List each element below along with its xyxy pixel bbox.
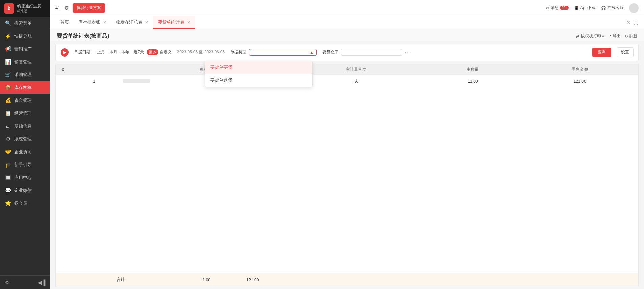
period-7days-button[interactable]: 近7天 [132,49,145,56]
type-filter-input[interactable] [252,50,310,55]
period-more-button[interactable]: 更多 [147,49,158,55]
sidebar-item-label-quick-nav: 快捷导航 [14,33,32,39]
sidebar-nav: 🔍 搜索菜单⚡ 快捷导航📢 营销推广📊 销售管理🛒 采购管理📦 库存核算💰 资金… [0,17,50,275]
refresh-button[interactable]: ↻ 刷新 [625,33,637,39]
table-header-row: ⚙ 商品 主计量单位 主数量 零售金额 [56,64,638,75]
row-no: 1 [69,75,119,87]
tab-label-order-stat: 要货单统计表 [158,19,184,25]
sidebar-item-label-sales: 销售管理 [14,59,32,65]
period-last-month-button[interactable]: 上月 [96,49,106,56]
member-icon: ⭐ [5,200,11,206]
sidebar-item-label-search: 搜索菜单 [14,20,32,26]
data-table: ⚙ 商品 主计量单位 主数量 零售金额 1 块 11.00 121.00 [56,64,638,87]
sidebar-item-apps[interactable]: 🔲 应用中心 [0,171,50,184]
tab-receivable[interactable]: 收发存汇总表✕ [111,16,153,29]
export-button[interactable]: ↗ 导出 [608,33,621,39]
topbar-customer-service[interactable]: 🎧 在线客服 [601,5,624,11]
tab-close-receivable[interactable]: ✕ [145,20,148,25]
sidebar-item-basic[interactable]: 🗂 基础信息 [0,120,50,133]
filter-settings-button[interactable]: 设置 [617,47,634,57]
table-footer: 合计 11.00 121.00 [55,273,639,286]
sidebar-brand: 畅捷通好生意 标准版 [17,4,41,14]
footer-total-label: 合计 [87,277,154,283]
finance-icon: 💰 [5,97,11,104]
tab-order-stat[interactable]: 要货单统计表✕ [153,16,195,29]
col-no [69,64,119,75]
sidebar-item-label-system: 系统管理 [14,136,32,142]
data-table-container: ⚙ 商品 主计量单位 主数量 零售金额 1 块 11.00 121.00 [55,64,639,273]
sidebar-item-search[interactable]: 🔍 搜索菜单 [0,17,50,30]
sidebar-item-label-finance: 资金管理 [14,97,32,104]
tab-label-home: 首页 [60,19,69,25]
row-gear-icon[interactable] [56,75,69,87]
apps-icon: 🔲 [5,175,11,181]
refresh-icon: ↻ [625,34,628,39]
type-dropdown: 要货单要货要货单退货 [205,61,313,87]
topbar-gear-icon[interactable]: ⚙ [64,5,69,11]
sidebar-item-guide[interactable]: 🎓 新手引导 [0,158,50,171]
dropdown-item-order-request[interactable]: 要货单要货 [205,61,312,74]
period-custom-button[interactable]: 自定义 [160,49,172,55]
sidebar-item-purchase[interactable]: 🛒 采购管理 [0,68,50,81]
query-button[interactable]: 查询 [592,48,611,57]
system-icon: ⚙ [5,136,11,142]
sidebar-item-label-apps: 应用中心 [14,175,32,181]
tab-label-batch: 库存批次账 [78,19,100,25]
tab-label-receivable: 收发存汇总表 [116,19,142,25]
type-filter-input-wrap[interactable]: ▲ [249,49,317,56]
sidebar-item-inventory[interactable]: 📦 库存核算 [0,81,50,94]
page-header-actions: 🖨 按模板打印 ▾ ↗ 导出 ↻ 刷新 [576,33,637,39]
sidebar-item-quick-nav[interactable]: ⚡ 快捷导航 [0,30,50,43]
sidebar-item-member[interactable]: ⭐ 畅会员 [0,197,50,210]
type-dropdown-arrow-icon[interactable]: ▲ [310,50,314,55]
sidebar-collapse-button[interactable]: ◀▐ [38,279,45,286]
footer-total-qty: 11.00 [182,277,229,282]
sidebar-item-label-inventory: 库存核算 [14,85,32,91]
template-print-button[interactable]: 🖨 按模板打印 ▾ [576,33,604,39]
col-settings[interactable]: ⚙ [56,64,69,75]
tab-close-order-stat[interactable]: ✕ [187,20,190,25]
tab-home[interactable]: 首页 [55,16,74,29]
warehouse-filter-group: 要货仓库 ··· [322,49,410,56]
sidebar-item-label-purchase: 采购管理 [14,72,32,78]
collab-icon: 🤝 [5,149,11,155]
maximize-window-button[interactable]: ⛶ [633,20,639,26]
sidebar-item-label-member: 畅会员 [14,200,27,206]
dropdown-item-order-return[interactable]: 要货单退货 [205,74,312,87]
filter-more-options-icon[interactable]: ··· [405,49,410,55]
filter-expand-button[interactable]: ▶ [61,48,69,57]
sidebar-item-collab[interactable]: 🤝 企业协同 [0,146,50,158]
tab-close-batch[interactable]: ✕ [103,20,106,25]
row-amount: 121.00 [521,75,638,87]
sidebar-item-label-business: 经营管理 [14,110,32,116]
quick-nav-icon: ⚡ [5,33,11,39]
marketing-icon: 📢 [5,46,11,52]
business-icon: 📋 [5,110,11,116]
sidebar-item-business[interactable]: 📋 经营管理 [0,107,50,120]
user-avatar[interactable] [629,3,639,13]
close-window-button[interactable]: ✕ [626,19,630,26]
col-qty: 主数量 [424,64,522,75]
topbar-app-download[interactable]: 📱 App下载 [574,5,596,11]
sidebar-settings-icon[interactable]: ⚙ [5,280,9,286]
type-filter-group: 单据类型 ▲ [230,49,317,56]
tab-batch[interactable]: 库存批次账✕ [74,16,111,29]
date-filter-label: 单据日期 [74,49,90,55]
sidebar-item-wechat[interactable]: 💬 企业微信 [0,184,50,197]
date-period-group: 上月 本月 本年 近7天 更多 自定义 [96,49,172,56]
purchase-icon: 🛒 [5,72,11,78]
period-this-year-button[interactable]: 本年 [120,49,131,56]
industry-button[interactable]: 体验行业方案 [73,3,105,13]
sidebar-item-sales[interactable]: 📊 销售管理 [0,55,50,68]
wechat-icon: 💬 [5,187,11,194]
row-qty: 11.00 [424,75,522,87]
topbar-message[interactable]: ✉ 消息 99+ [546,5,569,11]
warehouse-filter-input[interactable] [341,49,402,56]
sidebar-item-label-guide: 新手引导 [14,162,32,168]
sidebar-item-label-wechat: 企业微信 [14,187,32,194]
sidebar-item-finance[interactable]: 💰 资金管理 [0,94,50,107]
sidebar-item-marketing[interactable]: 📢 营销推广 [0,43,50,55]
sidebar-item-system[interactable]: ⚙ 系统管理 [0,133,50,146]
period-this-month-button[interactable]: 本月 [108,49,119,56]
app-icon: 📱 [574,6,579,10]
